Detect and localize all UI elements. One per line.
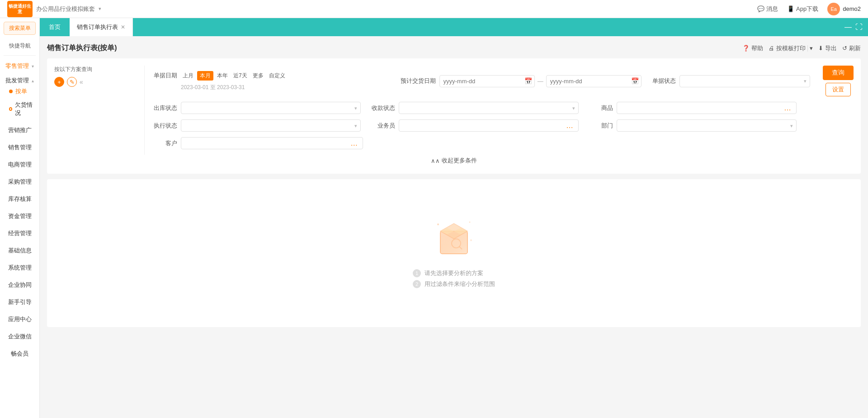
sidebar-item-sales-label: 销售管理: [8, 143, 32, 152]
sidebar-item-wholesale[interactable]: 批发管理 ▴ 按单 欠货情况: [0, 75, 39, 122]
quick-nav-btn[interactable]: 快捷导航: [0, 38, 39, 53]
expected-date-end-icon[interactable]: 📅: [631, 77, 639, 85]
expected-date-start-icon[interactable]: 📅: [524, 77, 532, 85]
settings-btn[interactable]: 设置: [826, 83, 851, 96]
date-tabs: 上月 本月 本年 近7天 更多 自定义: [181, 71, 287, 81]
sidebar-item-system[interactable]: 系统管理: [0, 259, 39, 276]
filter-sidebar-icons: + ✎ «: [54, 77, 139, 87]
sidebar-item-appstore[interactable]: 应用中心: [0, 311, 39, 328]
sidebar-item-member[interactable]: 畅会员: [0, 345, 39, 362]
expected-date-end-wrapper: 📅: [546, 75, 642, 87]
app-download-btn[interactable]: 📱 App下载: [787, 5, 818, 13]
tab-minimize-btn[interactable]: —: [844, 23, 852, 31]
app-dropdown-arrow[interactable]: ▾: [99, 6, 101, 12]
goods-input[interactable]: [617, 102, 797, 114]
sidebar-item-appstore-label: 应用中心: [8, 315, 32, 323]
order-status-select-wrapper: ▾: [679, 75, 810, 87]
date-tab-this-month[interactable]: 本月: [197, 71, 213, 81]
sidebar-item-inventory[interactable]: 库存核算: [0, 190, 39, 208]
tab-sales-order-exec[interactable]: 销售订单执行表 ✕: [70, 18, 133, 36]
exec-status-label: 执行状态: [150, 122, 177, 130]
customer-dots-btn[interactable]: …: [349, 139, 359, 147]
date-range-text: 2023-03-01 至 2023-03-31: [150, 84, 245, 91]
print-divider: [807, 45, 808, 52]
date-tab-last-month[interactable]: 上月: [181, 71, 195, 81]
filter-grid: 单据日期 上月 本月 本年 近7天 更多 自定义: [150, 66, 854, 155]
date-field: 单据日期 上月 本月 本年 近7天 更多 自定义: [150, 71, 392, 91]
step-2-text: 用过滤条件来缩小分析范围: [425, 280, 495, 288]
salesman-input[interactable]: [399, 119, 579, 132]
empty-steps: 1 请先选择要分析的方案 2 用过滤条件来缩小分析范围: [413, 269, 495, 291]
order-status-select[interactable]: [679, 75, 810, 87]
sidebar-item-newbie[interactable]: 新手引导: [0, 294, 39, 311]
sidebar-item-basic[interactable]: 基础信息: [0, 242, 39, 259]
order-status-field: 单据状态 ▾: [649, 75, 810, 87]
dept-select[interactable]: [617, 119, 797, 132]
print-label: 按模板打印: [776, 44, 806, 52]
print-btn[interactable]: 🖨 按模板打印 ▾: [769, 44, 813, 52]
search-menu-btn[interactable]: 搜索菜单: [4, 22, 36, 35]
exec-status-select[interactable]: [181, 119, 361, 132]
refresh-label: 刷新: [849, 44, 861, 52]
salesman-label: 业务员: [368, 122, 395, 130]
help-label: 帮助: [751, 44, 763, 52]
customer-input[interactable]: [181, 137, 363, 149]
wholesale-sub-items: 按单 欠货情况: [5, 85, 34, 120]
goods-input-wrapper: …: [617, 102, 797, 114]
collapse-more-btn[interactable]: ∧∧ 收起更多条件: [431, 157, 477, 165]
avatar: Ea: [827, 3, 840, 15]
date-tab-this-year[interactable]: 本年: [215, 71, 230, 81]
sidebar-item-retail[interactable]: 零售管理 ▾: [0, 57, 39, 75]
main-layout: 搜索菜单 快捷导航 零售管理 ▾ 批发管理 ▴ 按单 欠货情况: [0, 18, 868, 418]
filter-sidebar-title: 按以下方案查询: [54, 66, 139, 73]
sidebar-item-operation[interactable]: 经营管理: [0, 225, 39, 242]
goods-label: 商品: [586, 104, 613, 112]
export-icon: ⬇: [818, 45, 823, 52]
message-btn[interactable]: 💬 消息: [757, 5, 778, 13]
svg-point-4: [437, 223, 439, 225]
collect-status-select[interactable]: [399, 102, 579, 114]
tab-home[interactable]: 首页: [40, 18, 70, 36]
export-label: 导出: [825, 44, 837, 52]
collapse-sidebar-btn[interactable]: «: [80, 78, 83, 86]
filter-row-4: 客户 …: [150, 137, 854, 149]
sidebar-item-purchase[interactable]: 采购管理: [0, 173, 39, 190]
sidebar-item-wxwork[interactable]: 企业微信: [0, 328, 39, 345]
collect-status-field: 收款状态 ▾: [368, 102, 579, 114]
edit-scheme-btn[interactable]: ✎: [67, 77, 77, 87]
expected-date-end[interactable]: [546, 75, 642, 87]
out-status-field: 出库状态 ▾: [150, 102, 361, 114]
date-tab-custom[interactable]: 自定义: [267, 71, 287, 81]
tab-maximize-btn[interactable]: ⛶: [855, 23, 863, 31]
sidebar-item-enterprise-label: 企业协同: [8, 281, 32, 289]
out-status-select[interactable]: [181, 102, 361, 114]
sidebar-item-sales[interactable]: 销售管理: [0, 139, 39, 156]
expected-date-start[interactable]: [439, 75, 535, 87]
goods-dots-btn[interactable]: …: [782, 104, 793, 112]
add-scheme-btn[interactable]: +: [54, 77, 64, 87]
salesman-dots-btn[interactable]: …: [564, 122, 575, 130]
sidebar-item-enterprise[interactable]: 企业协同: [0, 276, 39, 294]
tab-close-btn[interactable]: ✕: [121, 24, 125, 30]
user-area[interactable]: Ea demo2: [827, 3, 861, 15]
export-btn[interactable]: ⬇ 导出: [818, 44, 837, 52]
date-label: 单据日期: [150, 71, 177, 80]
out-status-label: 出库状态: [150, 104, 177, 112]
collect-status-select-wrapper: ▾: [399, 102, 579, 114]
sidebar-item-finance[interactable]: 资金管理: [0, 208, 39, 225]
date-tab-more[interactable]: 更多: [251, 71, 265, 81]
tab-sales-order-exec-label: 销售订单执行表: [77, 23, 118, 31]
sub-item-debt[interactable]: 欠货情况: [9, 98, 34, 120]
help-btn[interactable]: ❓ 帮助: [742, 44, 763, 52]
debt-label: 欠货情况: [15, 101, 34, 117]
query-btn[interactable]: 查询: [823, 66, 854, 80]
print-dropdown-arrow[interactable]: ▾: [810, 45, 813, 52]
sidebar-item-ecommerce[interactable]: 电商管理: [0, 156, 39, 173]
customer-field: 客户 …: [150, 137, 363, 149]
sidebar-item-marketing[interactable]: 营销推广: [0, 122, 39, 139]
retail-arrow: ▾: [32, 64, 34, 69]
date-tab-7days[interactable]: 近7天: [231, 71, 249, 81]
refresh-btn[interactable]: ↺ 刷新: [842, 44, 861, 52]
step-1-num: 1: [413, 269, 421, 277]
sub-item-press-order[interactable]: 按单: [9, 85, 34, 98]
